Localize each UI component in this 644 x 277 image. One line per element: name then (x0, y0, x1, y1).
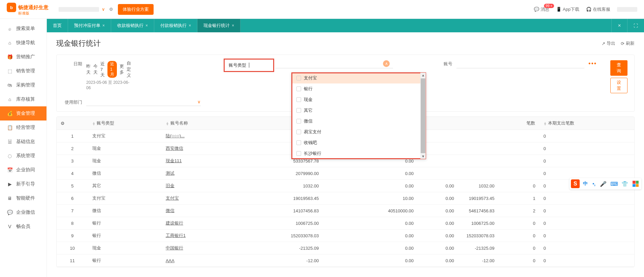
tab[interactable]: 预付冲应付单× (68, 19, 111, 32)
more-dots-icon[interactable]: ••• (588, 60, 597, 67)
col-account-type[interactable]: 账号类型 (88, 117, 162, 130)
menu-icon: V (7, 224, 13, 229)
cell-name[interactable]: 支付宝 (162, 192, 235, 205)
user-avatar[interactable] (617, 7, 637, 12)
cell-name[interactable]: 西安微信 (162, 142, 235, 155)
mic-icon[interactable]: 🎤 (599, 179, 608, 188)
date-more[interactable]: 更多 (120, 63, 124, 75)
option-label: 长沙银行 (304, 150, 321, 157)
cell-name[interactable]: 工商银行1 (162, 230, 235, 242)
col-count[interactable]: 笔数 (498, 117, 539, 130)
checkbox[interactable] (296, 151, 301, 156)
tab[interactable]: 首页 (47, 19, 68, 32)
cell-name[interactable]: AAA (162, 254, 235, 267)
tab[interactable]: 现金银行统计× (197, 19, 240, 32)
scroll-thumb[interactable] (421, 78, 425, 153)
collapse-icon[interactable]: ∧ (383, 60, 390, 67)
cell-name[interactable]: 陆(○○○)... (162, 130, 235, 142)
sidebar-item[interactable]: ⌂库存核算 (0, 92, 46, 106)
dropdown-option[interactable]: 现金 (292, 94, 426, 105)
dropdown-option[interactable]: 收钱吧 (292, 137, 426, 148)
org-selector[interactable]: ∨ (59, 7, 105, 12)
dropdown-option[interactable]: 长沙银行 (292, 148, 426, 159)
sidebar-item-label: 企业微信 (16, 209, 35, 215)
cell-name[interactable]: 测试 (162, 167, 235, 180)
close-icon[interactable]: × (102, 23, 105, 28)
sidebar-item[interactable]: ◌系统管理 (0, 149, 46, 163)
dropdown-option[interactable]: 银行 (292, 83, 426, 94)
close-icon[interactable]: × (146, 23, 148, 28)
tab-fullscreen[interactable]: ⛶ (627, 19, 644, 32)
skin-icon[interactable]: 👕 (620, 179, 629, 188)
ime-toolbar[interactable]: S 中 •, 🎤 ⌨ 👕 (570, 178, 641, 189)
date-7days[interactable]: 近7天 (100, 61, 105, 78)
sidebar-item[interactable]: ▶新手引导 (0, 177, 46, 191)
cell-type: 银行 (88, 230, 162, 242)
export-button[interactable]: ↗导出 (602, 40, 615, 46)
tab-close-all[interactable]: ✕ (611, 19, 627, 32)
date-yesterday[interactable]: 昨天 (86, 63, 91, 75)
dropdown-option[interactable]: 微信 (292, 116, 426, 127)
account-input[interactable]: . (456, 60, 584, 68)
keyboard-icon[interactable]: ⌨ (610, 179, 618, 188)
sidebar-item[interactable]: ⌂快捷导航 (0, 36, 46, 50)
dropdown-scrollbar[interactable]: ▲ ▼ (420, 73, 426, 159)
sidebar-item[interactable]: ⬚销售管理 (0, 64, 46, 78)
table-row: 6 支付宝 支付宝 19019563.45 10.00 0.00 1901957… (57, 192, 634, 205)
checkbox[interactable] (296, 130, 301, 134)
settings-button[interactable]: 设置 (610, 78, 627, 93)
scroll-up-icon[interactable]: ▲ (421, 73, 425, 78)
sidebar-item[interactable]: 📅企业协同 (0, 163, 46, 177)
sidebar-item[interactable]: 💰资金管理 (0, 106, 46, 120)
query-button[interactable]: 查询 (610, 60, 627, 76)
cell-name[interactable]: 中国银行 (162, 242, 235, 254)
sidebar-item[interactable]: 🖥智能硬件 (0, 191, 46, 205)
checkbox[interactable] (296, 119, 301, 124)
gear-icon[interactable]: ⚙ (109, 7, 113, 12)
dropdown-option[interactable]: 支付宝 (292, 73, 426, 83)
checkbox[interactable] (296, 86, 301, 91)
date-custom[interactable]: 自定义 (127, 60, 131, 78)
sidebar-item[interactable]: 🛍采购管理 (0, 78, 46, 92)
checkbox[interactable] (296, 108, 301, 113)
ime-punct-icon[interactable]: •, (591, 181, 597, 186)
sidebar-item[interactable]: ☱基础信息 (0, 135, 46, 149)
checkbox[interactable] (296, 76, 301, 80)
trial-button[interactable]: 体验行业方案 (118, 4, 154, 15)
app-download-link[interactable]: 📱 App下载 (556, 6, 579, 12)
cell-name[interactable]: 建设银行 (162, 217, 235, 230)
cell-type: 现金 (88, 142, 162, 155)
menu-icon: ◌ (7, 153, 13, 159)
toolbox-icon[interactable] (631, 179, 640, 188)
sidebar-item[interactable]: V畅会员 (0, 219, 46, 234)
sidebar-item[interactable]: 💬企业微信 (0, 205, 46, 219)
sidebar-item[interactable]: 📋经营管理 (0, 120, 46, 135)
cell-name[interactable]: 微信 (162, 205, 235, 217)
close-icon[interactable]: × (189, 23, 191, 28)
dropdown-option[interactable]: 其它 (292, 105, 426, 116)
col-expense-count[interactable]: 本期支出笔数 (539, 117, 634, 130)
checkbox[interactable] (296, 140, 301, 145)
ime-lang[interactable]: 中 (582, 181, 589, 187)
refresh-button[interactable]: ⟳刷新 (621, 40, 635, 46)
account-type-value[interactable]: . ∧ (275, 60, 393, 68)
messages-link[interactable]: 💬 消息 99 + (534, 6, 549, 12)
close-icon[interactable]: × (232, 23, 234, 28)
tab[interactable]: 付款核销执行× (154, 19, 197, 32)
cell-name[interactable]: 现金111 (162, 155, 235, 167)
table-settings-icon[interactable]: ⚙ (57, 117, 88, 130)
date-1month[interactable]: 近1月 (107, 61, 117, 78)
tab[interactable]: 收款核销执行× (111, 19, 154, 32)
dept-input[interactable]: ∨ (86, 98, 201, 106)
date-today[interactable]: 今天 (93, 63, 98, 75)
cell-name[interactable]: 旧金 (162, 180, 235, 192)
dropdown-option[interactable]: 易宝支付 (292, 127, 426, 137)
sidebar-item[interactable]: ⌕搜索菜单 (0, 22, 46, 36)
checkbox[interactable] (296, 97, 301, 102)
account-type-input[interactable]: 账号类型 (225, 60, 272, 70)
col-account-name[interactable]: 账号名称 (162, 117, 235, 130)
scroll-down-icon[interactable]: ▼ (421, 154, 425, 159)
sidebar-item[interactable]: 🎁营销推广 (0, 50, 46, 64)
table-row: 5 其它 旧金 1032.00 0.00 0.00 1032.00 0 0 (57, 180, 634, 192)
service-link[interactable]: 🎧 在线客服 (586, 6, 610, 12)
